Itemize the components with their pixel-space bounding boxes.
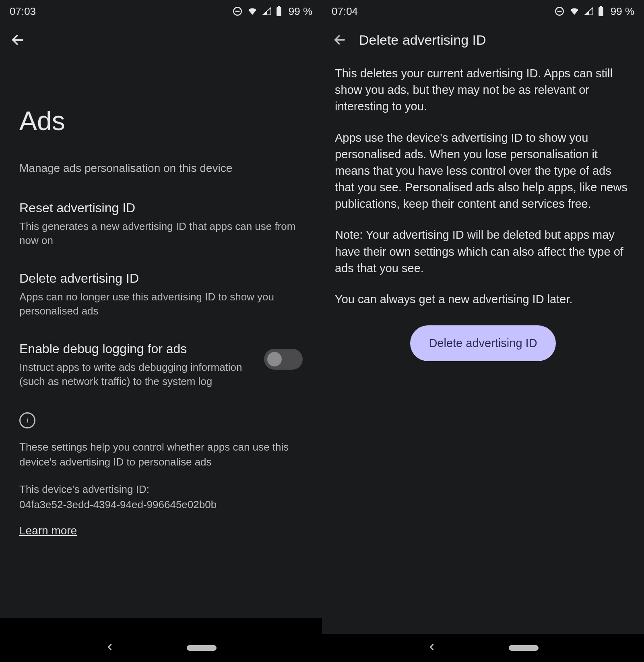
content: This deletes your current advertising ID…	[322, 57, 644, 662]
setting-debug-logging[interactable]: Enable debug logging for ads Instruct ap…	[19, 341, 303, 389]
nav-home-pill[interactable]	[187, 645, 217, 651]
status-icons: 99 %	[554, 5, 634, 18]
setting-reset-ad-id[interactable]: Reset advertising ID This generates a ne…	[19, 201, 303, 248]
battery-icon	[598, 6, 604, 17]
setting-delete-ad-id[interactable]: Delete advertising ID Apps can no longer…	[19, 271, 303, 318]
status-bar: 07:04 99 %	[322, 0, 644, 23]
app-bar	[0, 23, 322, 57]
battery-icon	[276, 6, 282, 17]
chevron-left-icon	[427, 643, 436, 652]
arrow-back-icon	[10, 33, 25, 47]
setting-desc: This generates a new advertising ID that…	[19, 219, 303, 248]
ad-id-label: This device's advertising ID:	[19, 483, 149, 495]
back-button[interactable]	[10, 32, 26, 48]
info-text: These settings help you control whether …	[19, 440, 303, 470]
svg-rect-7	[599, 7, 603, 16]
setting-title: Delete advertising ID	[19, 271, 303, 286]
nav-bar	[0, 634, 322, 662]
wifi-icon	[569, 7, 580, 16]
status-icons: 99 %	[232, 5, 312, 18]
paragraph: Apps use the device's advertising ID to …	[335, 130, 631, 213]
ad-id-block: This device's advertising ID: 04fa3e52-3…	[19, 482, 303, 512]
back-button[interactable]	[332, 32, 348, 48]
bottom-strip	[0, 618, 322, 634]
nav-bar	[322, 634, 644, 662]
nav-home-pill[interactable]	[509, 645, 539, 651]
status-time: 07:03	[10, 5, 36, 18]
do-not-disturb-icon	[232, 6, 243, 17]
page-subtitle: Manage ads personalisation on this devic…	[19, 162, 303, 175]
status-bar: 07:03 99 %	[0, 0, 322, 23]
setting-title: Enable debug logging for ads	[19, 341, 256, 356]
do-not-disturb-icon	[554, 6, 565, 17]
status-time: 07:04	[332, 5, 358, 18]
setting-title: Reset advertising ID	[19, 201, 303, 215]
nav-back-button[interactable]	[105, 643, 114, 653]
setting-desc: Instruct apps to write ads debugging inf…	[19, 360, 256, 389]
content: Ads Manage ads personalisation on this d…	[0, 57, 322, 662]
setting-desc: Apps can no longer use this advertising …	[19, 290, 303, 318]
chevron-left-icon	[105, 643, 114, 652]
paragraph: This deletes your current advertising ID…	[335, 65, 631, 115]
screenshot-right: 07:04 99 % Delete advertising ID This de…	[322, 0, 644, 662]
info-row: i	[19, 412, 303, 428]
learn-more-link[interactable]: Learn more	[19, 524, 77, 537]
svg-rect-3	[278, 6, 280, 8]
wifi-icon	[247, 7, 258, 16]
page-title: Ads	[19, 106, 303, 136]
toggle-knob	[267, 352, 282, 366]
svg-rect-2	[277, 7, 281, 16]
ad-id-value: 04fa3e52-3edd-4394-94ed-996645e02b0b	[19, 499, 217, 511]
nav-back-button[interactable]	[427, 643, 436, 653]
info-icon: i	[19, 412, 35, 428]
app-bar: Delete advertising ID	[322, 23, 644, 57]
signal-icon	[262, 7, 272, 16]
debug-logging-toggle[interactable]	[264, 349, 303, 370]
battery-percent: 99 %	[611, 5, 634, 18]
svg-rect-8	[600, 6, 602, 8]
paragraph: Note: Your advertising ID will be delete…	[335, 227, 631, 277]
battery-percent: 99 %	[289, 5, 312, 18]
delete-ad-id-button[interactable]: Delete advertising ID	[410, 325, 555, 361]
paragraph: You can always get a new advertising ID …	[335, 291, 631, 308]
screenshot-left: 07:03 99 % Ads Manage ads personalisatio…	[0, 0, 322, 662]
signal-icon	[584, 7, 594, 16]
arrow-back-icon	[333, 33, 347, 47]
appbar-title: Delete advertising ID	[359, 32, 486, 48]
